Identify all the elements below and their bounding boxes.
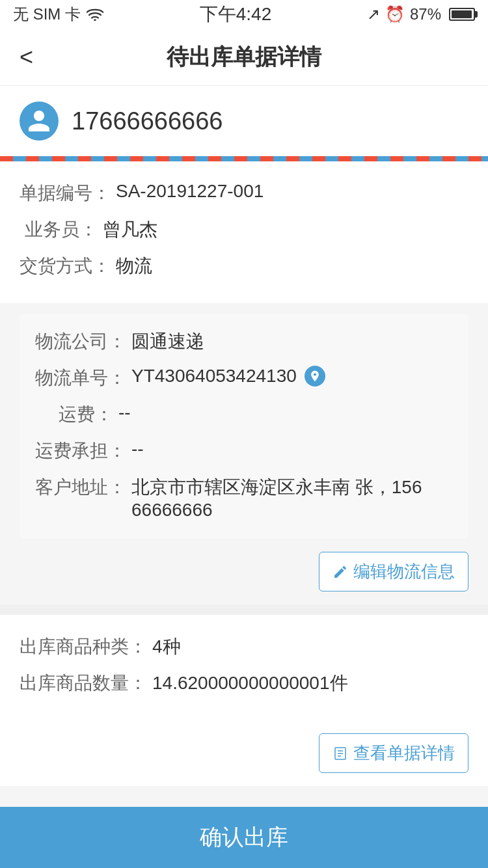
doc-number-label: 单据编号：: [20, 181, 111, 206]
logistics-card: 物流公司： 圆通速递 物流单号： YT43064053424130 运费： --…: [20, 314, 468, 539]
page-title: 待出库单据详情: [167, 42, 321, 72]
confirm-outbound-button[interactable]: 确认出库: [0, 822, 488, 852]
edit-logistics-label: 编辑物流信息: [353, 560, 455, 583]
edit-btn-container: 编辑物流信息: [0, 552, 488, 604]
edit-logistics-button[interactable]: 编辑物流信息: [319, 552, 468, 591]
battery-icon: [449, 8, 475, 21]
status-time: 下午4:42: [200, 2, 272, 27]
goods-type-row: 出库商品种类： 4种: [20, 634, 468, 659]
goods-quantity-row: 出库商品数量： 14.620000000000001件: [20, 671, 468, 696]
freight-bearer-label: 运费承担：: [35, 439, 126, 463]
svg-point-0: [94, 19, 96, 21]
tracking-row: 物流单号： YT43064053424130: [35, 366, 453, 390]
address-row: 客户地址： 北京市市辖区海淀区永丰南 张，156 66666666: [35, 475, 453, 521]
detail-btn-container: 查看单据详情: [0, 720, 488, 786]
address-label: 客户地址：: [35, 475, 126, 500]
logistics-company-row: 物流公司： 圆通速递: [35, 329, 453, 354]
wifi-icon: [86, 8, 104, 21]
user-phone: 17666666666: [72, 107, 223, 135]
goods-type-label: 出库商品种类：: [20, 634, 147, 659]
user-avatar-icon: [26, 108, 52, 134]
nav-bar: < 待出库单据详情: [0, 29, 488, 86]
battery-text: 87%: [410, 5, 441, 23]
back-button[interactable]: <: [20, 44, 33, 71]
freight-label: 运费：: [35, 402, 113, 427]
status-left: 无 SIM 卡: [13, 4, 104, 25]
status-right: ↗ ⏰ 87%: [367, 5, 475, 23]
location-status-icon: ↗: [367, 5, 380, 23]
alarm-icon: ⏰: [385, 5, 405, 23]
logistics-company-value: 圆通速递: [131, 329, 453, 354]
freight-value: --: [118, 402, 453, 423]
avatar: [20, 102, 59, 141]
logistics-company-label: 物流公司：: [35, 329, 126, 354]
tracking-number: YT43064053424130: [131, 366, 297, 387]
carrier-text: 无 SIM 卡: [13, 4, 81, 25]
goods-quantity-label: 出库商品数量：: [20, 671, 147, 696]
goods-quantity-value: 14.620000000000001件: [152, 671, 468, 696]
dashed-divider: [0, 156, 488, 161]
status-bar: 无 SIM 卡 下午4:42 ↗ ⏰ 87%: [0, 0, 488, 29]
goods-section: 出库商品种类： 4种 出库商品数量： 14.620000000000001件: [0, 615, 488, 720]
delivery-method-label: 交货方式：: [20, 254, 111, 278]
document-detail-icon: [332, 746, 348, 761]
goods-type-value: 4种: [152, 634, 468, 659]
doc-number-row: 单据编号： SA-20191227-001: [20, 181, 468, 206]
delivery-method-value: 物流: [116, 254, 468, 278]
freight-row: 运费： --: [35, 402, 453, 427]
address-value: 北京市市辖区海淀区永丰南 张，156 66666666: [131, 475, 453, 521]
delivery-method-row: 交货方式： 物流: [20, 254, 468, 278]
edit-icon: [332, 564, 348, 580]
section-divider: [0, 604, 488, 615]
tracking-label: 物流单号：: [35, 366, 126, 390]
map-pin-icon: [308, 370, 321, 383]
salesperson-row: 业务员： 曾凡杰: [20, 217, 468, 242]
view-detail-button[interactable]: 查看单据详情: [319, 733, 468, 773]
user-section: 17666666666: [0, 86, 488, 156]
tracking-location-icon[interactable]: [305, 366, 325, 387]
salesperson-label: 业务员：: [20, 217, 98, 242]
view-detail-label: 查看单据详情: [353, 742, 455, 765]
doc-number-value: SA-20191227-001: [116, 181, 468, 202]
freight-bearer-row: 运费承担： --: [35, 439, 453, 463]
confirm-btn-wrapper: 确认出库: [0, 807, 488, 868]
document-info-section: 单据编号： SA-20191227-001 业务员： 曾凡杰 交货方式： 物流: [0, 161, 488, 303]
tracking-value-container: YT43064053424130: [131, 366, 453, 387]
salesperson-value: 曾凡杰: [103, 217, 468, 242]
freight-bearer-value: --: [131, 439, 453, 459]
